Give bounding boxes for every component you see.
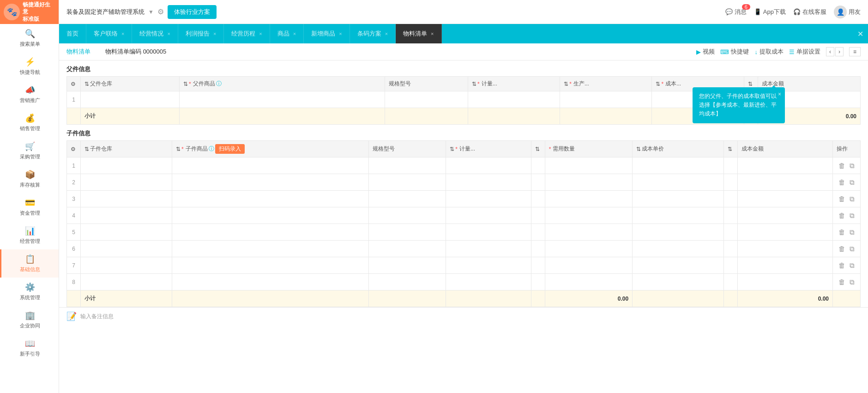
child-row-cost-unit[interactable]: [633, 257, 724, 274]
sidebar-item-system[interactable]: ⚙️ 系统管理: [0, 278, 59, 306]
child-row-product[interactable]: [172, 241, 369, 257]
parent-col-production-sort-icon[interactable]: ⇅: [564, 81, 568, 87]
parent-row-production[interactable]: [560, 91, 652, 108]
prev-record-button[interactable]: ‹: [826, 47, 834, 56]
child-row-unit[interactable]: [446, 191, 531, 207]
app-download-button[interactable]: 📱 App下载: [754, 8, 786, 16]
video-action[interactable]: ▶ 视频: [696, 48, 715, 56]
child-row-spec[interactable]: [369, 241, 446, 257]
tab-product-close[interactable]: ×: [293, 31, 296, 36]
child-row-product[interactable]: [172, 157, 369, 174]
child-col-unit-sort-icon[interactable]: ⇅: [450, 146, 454, 152]
tab-history-close[interactable]: ×: [259, 31, 262, 36]
parent-col-cost-sort-icon[interactable]: ⇅: [656, 81, 660, 87]
parent-row-warehouse[interactable]: [81, 91, 180, 108]
tab-customer[interactable]: 客户联络 ×: [86, 24, 132, 43]
child-row-unit[interactable]: [446, 157, 531, 174]
tab-new-product-close[interactable]: ×: [339, 31, 342, 36]
child-row-qty[interactable]: [545, 241, 632, 257]
child-col-product-info-icon[interactable]: ⓘ: [209, 145, 214, 153]
parent-col-product-sort-icon[interactable]: ⇅: [183, 81, 188, 87]
parent-row-spec[interactable]: [385, 91, 468, 108]
delete-row-button[interactable]: 🗑: [837, 212, 847, 219]
sidebar-item-corp[interactable]: 🏢 企业协同: [0, 306, 59, 334]
child-row-unit[interactable]: [446, 274, 531, 290]
delete-row-button[interactable]: 🗑: [837, 228, 847, 236]
child-row-product[interactable]: [172, 191, 369, 207]
tab-operation[interactable]: 经营情况 ×: [132, 24, 178, 43]
child-row-warehouse[interactable]: [81, 241, 172, 257]
child-row-cost-unit[interactable]: [633, 274, 724, 290]
sidebar-item-marketing[interactable]: 📣 营销推广: [0, 80, 59, 109]
child-row-warehouse[interactable]: [81, 224, 172, 241]
child-row-product[interactable]: [172, 174, 369, 191]
child-row-cost-unit[interactable]: [633, 207, 724, 224]
child-row-cost-unit[interactable]: [633, 174, 724, 191]
copy-row-button[interactable]: ⧉: [848, 162, 856, 170]
tab-operation-close[interactable]: ×: [167, 31, 170, 36]
tooltip-close-button[interactable]: ×: [778, 90, 781, 99]
sidebar-item-guide[interactable]: 📖 新手引导: [0, 334, 59, 362]
tab-customer-close[interactable]: ×: [121, 31, 124, 36]
sidebar-item-ops[interactable]: 📊 经营管理: [0, 221, 59, 249]
child-row-qty[interactable]: [545, 174, 632, 191]
system-dropdown[interactable]: ▼: [148, 9, 154, 15]
gear-icon[interactable]: ⚙: [157, 7, 164, 16]
tab-history[interactable]: 经营历程 ×: [224, 24, 270, 43]
copy-row-button[interactable]: ⧉: [848, 195, 856, 203]
child-row-spec[interactable]: [369, 191, 446, 207]
online-service-button[interactable]: 🎧 在线客服: [793, 8, 826, 16]
child-row-warehouse[interactable]: [81, 207, 172, 224]
child-row-qty[interactable]: [545, 224, 632, 241]
child-col-extra-sort2[interactable]: ⇅: [724, 141, 738, 157]
child-row-unit[interactable]: [446, 174, 531, 191]
sidebar-item-sales[interactable]: 💰 销售管理: [0, 109, 59, 137]
sidebar-item-basic[interactable]: 📋 基础信息: [0, 249, 59, 278]
child-row-qty[interactable]: [545, 157, 632, 174]
child-row-spec[interactable]: [369, 257, 446, 274]
child-row-cost-unit[interactable]: [633, 157, 724, 174]
sidebar-item-inventory[interactable]: 📦 库存核算: [0, 165, 59, 193]
child-row-qty[interactable]: [545, 257, 632, 274]
child-row-spec[interactable]: [369, 174, 446, 191]
tab-new-product[interactable]: 新增商品 ×: [304, 24, 350, 43]
parent-col-unit-sort-icon[interactable]: ⇅: [472, 81, 476, 87]
scan-input-button[interactable]: 扫码录入: [215, 144, 245, 154]
copy-row-button[interactable]: ⧉: [848, 228, 856, 236]
delete-row-button[interactable]: 🗑: [837, 178, 847, 186]
child-row-product[interactable]: [172, 257, 369, 274]
child-row-cost-unit[interactable]: [633, 224, 724, 241]
child-col-cost-unit-sort-icon[interactable]: ⇅: [636, 146, 641, 152]
copy-row-button[interactable]: ⧉: [848, 212, 856, 220]
child-col-product-sort-icon[interactable]: ⇅: [176, 146, 181, 152]
child-col-settings[interactable]: ⚙: [67, 141, 81, 157]
user-menu[interactable]: 👤 用友: [834, 6, 861, 18]
child-row-spec[interactable]: [369, 157, 446, 174]
parent-row-unit[interactable]: [468, 91, 560, 108]
child-row-unit[interactable]: [446, 241, 531, 257]
tab-barcode[interactable]: 条码方案 ×: [350, 24, 396, 43]
parent-col-warehouse-sort-icon[interactable]: ⇅: [84, 81, 89, 87]
child-row-qty[interactable]: [545, 207, 632, 224]
parent-col-product-info-icon[interactable]: ⓘ: [216, 80, 222, 88]
copy-row-button[interactable]: ⧉: [848, 245, 856, 253]
copy-row-button[interactable]: ⧉: [848, 261, 856, 270]
single-setting-action[interactable]: ☰ 单据设置: [789, 48, 820, 56]
copy-row-button[interactable]: ⧉: [848, 278, 856, 286]
close-all-tabs[interactable]: ✕: [853, 24, 868, 43]
message-button[interactable]: 💬 消息 6: [725, 8, 747, 16]
tab-bom[interactable]: 物料清单 ×: [396, 24, 441, 43]
tab-home[interactable]: 首页: [59, 24, 86, 43]
delete-row-button[interactable]: 🗑: [837, 245, 847, 253]
child-row-warehouse[interactable]: [81, 274, 172, 290]
child-row-warehouse[interactable]: [81, 191, 172, 207]
tab-barcode-close[interactable]: ×: [385, 31, 388, 36]
child-row-warehouse[interactable]: [81, 157, 172, 174]
delete-row-button[interactable]: 🗑: [837, 162, 847, 169]
breadcrumb-parent[interactable]: 物料清单: [66, 48, 90, 56]
delete-row-button[interactable]: 🗑: [837, 261, 847, 269]
view-toggle-button[interactable]: ≡: [849, 47, 861, 56]
parent-row-product[interactable]: [179, 91, 385, 108]
child-row-unit[interactable]: [446, 207, 531, 224]
child-col-warehouse-sort-icon[interactable]: ⇅: [84, 146, 89, 152]
